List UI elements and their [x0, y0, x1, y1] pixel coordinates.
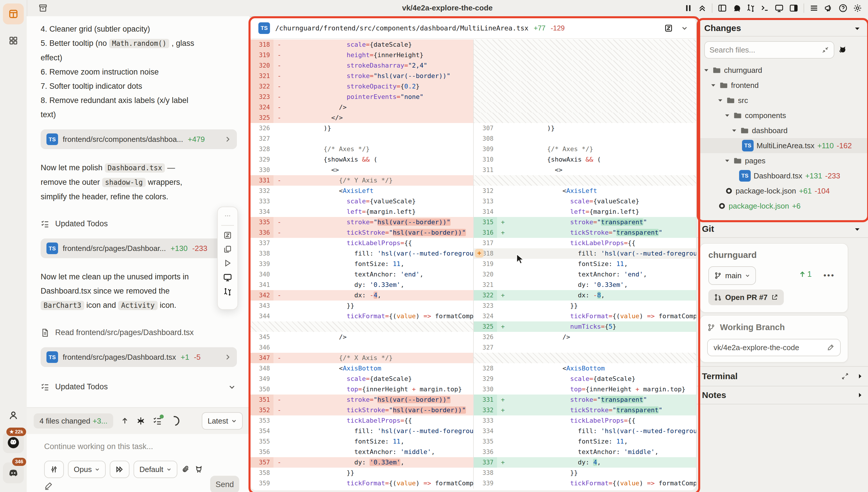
tree-item-dashboard[interactable]: dashboard	[701, 123, 850, 138]
branch-selector[interactable]: main	[708, 266, 756, 285]
code-line: textAnchor: 'end',	[285, 269, 473, 280]
diff-marker	[497, 259, 509, 269]
git-collapse-icon[interactable]	[854, 226, 861, 233]
panel-left-icon[interactable]	[718, 3, 727, 13]
changes-collapse-icon[interactable]	[854, 26, 861, 32]
caret-down-icon[interactable]	[703, 67, 709, 73]
diff-code-row: 334 fill: 'hsl(var(--muted-foreground))'…	[474, 426, 696, 436]
line-number: 348	[250, 363, 274, 374]
tree-item-src[interactable]: src	[701, 93, 850, 108]
display-icon[interactable]	[223, 273, 232, 282]
latest-dropdown[interactable]: Latest	[202, 412, 243, 429]
edit-branch-icon[interactable]	[827, 344, 834, 351]
diff-body[interactable]: 318- scale={dateScale}319- height={inner…	[250, 40, 696, 490]
menu-icon[interactable]	[810, 3, 819, 13]
working-branch-input[interactable]: vk/4e2a-explore-the-code	[707, 339, 841, 356]
model-selector[interactable]: Opus	[68, 461, 106, 478]
terminal-icon[interactable]	[760, 4, 769, 13]
terminal-expand-chevron[interactable]	[857, 373, 863, 379]
tree-item-pages[interactable]: pages	[701, 153, 850, 168]
code-line: {/* Y Axis */}	[285, 175, 473, 186]
notes-section[interactable]: Notes	[702, 387, 863, 404]
tree-item-dashboard-tsx[interactable]: TSDashboard.tsx+131-233	[701, 168, 850, 183]
help-icon[interactable]	[838, 3, 848, 13]
tree-item-churnguard[interactable]: churnguard	[701, 63, 850, 78]
composer-settings-button[interactable]	[44, 461, 64, 478]
git-compare-icon[interactable]	[223, 287, 232, 296]
settings-icon[interactable]	[853, 3, 862, 13]
typescript-file-icon: TS	[46, 243, 58, 254]
attachment-icon[interactable]	[182, 465, 190, 474]
cat-icon[interactable]	[194, 465, 204, 474]
fast-forward-button[interactable]	[110, 461, 130, 478]
mode-selector[interactable]: Default	[134, 461, 177, 478]
caret-down-icon[interactable]	[717, 97, 723, 103]
line-number: 327	[250, 133, 274, 144]
collapse-up-icon[interactable]	[698, 4, 707, 13]
play-icon[interactable]	[223, 259, 232, 268]
board-icon[interactable]	[3, 3, 24, 24]
code-line: tickLabelProps={{	[509, 415, 696, 426]
file-change-chip[interactable]: TS frontend/src/pages/Dashboard.tsx +1 -…	[41, 347, 237, 367]
code-line: textAnchor: 'end',	[509, 269, 696, 280]
diff-marker: -	[274, 81, 285, 92]
add-comment-button[interactable]: +	[475, 249, 484, 257]
highlighter-icon[interactable]	[44, 482, 53, 490]
cat-review-icon[interactable]	[838, 45, 848, 54]
diff-filler-row	[474, 92, 696, 102]
diff-code-row: 328 <AxisBottom	[474, 363, 696, 374]
open-pr-button[interactable]: Open PR #7	[708, 290, 784, 305]
todo-list-icon[interactable]	[153, 416, 162, 425]
collapse-tree-icon[interactable]	[822, 46, 829, 54]
pause-icon[interactable]	[684, 4, 693, 13]
chat-bubble-icon[interactable]	[732, 4, 741, 13]
discord-icon[interactable]: 346	[3, 462, 24, 483]
caret-down-icon[interactable]	[724, 157, 730, 164]
git-more-menu[interactable]: •••	[824, 271, 835, 280]
updated-todos-row[interactable]: Updated Todos	[41, 380, 239, 394]
panel-right-icon[interactable]	[789, 3, 798, 13]
diff-code-row: 327	[474, 342, 696, 353]
diff-marker: +	[497, 457, 509, 468]
change-view-icon[interactable]	[664, 24, 673, 32]
expand-terminal-icon[interactable]	[841, 372, 849, 380]
git-compare-icon[interactable]	[746, 3, 755, 13]
chevron-down-icon[interactable]	[228, 383, 236, 391]
tree-item-frontend[interactable]: frontend	[701, 78, 850, 93]
collapse-diff-icon[interactable]	[681, 25, 688, 32]
notes-expand-chevron[interactable]	[857, 392, 863, 398]
files-changed-chip[interactable]: 4 files changed+3...	[34, 413, 113, 428]
search-files-input[interactable]: Search files...	[704, 41, 834, 58]
terminal-section[interactable]: Terminal	[702, 367, 863, 386]
tree-item-components[interactable]: components	[701, 108, 850, 123]
inline-code: shadow-lg	[102, 178, 146, 187]
display-icon[interactable]	[775, 3, 784, 13]
arrow-up-icon[interactable]	[121, 417, 129, 425]
archive-box-icon[interactable]	[38, 3, 48, 13]
updated-todos-row[interactable]: Updated Todos	[41, 217, 239, 231]
tree-item-package-lock-json[interactable]: package-lock.json+61-104	[701, 183, 850, 198]
megaphone-icon[interactable]	[824, 3, 833, 13]
github-icon[interactable]: ★22k	[3, 432, 24, 453]
diff-code-row: 338 fill: 'hsl(var(--muted-foreground))'…	[250, 248, 473, 259]
tree-item-package-lock-json[interactable]: package-lock.json+6	[701, 198, 850, 214]
send-button[interactable]: Send	[210, 476, 239, 492]
composer-input[interactable]: Continue working on this task...	[44, 442, 153, 451]
file-change-chip[interactable]: TS frontend/src/pages/Dashboar... +130 -…	[41, 239, 237, 258]
snapshot-icon[interactable]	[223, 231, 232, 240]
diff-code-row: 323- pointerEvents="none"	[250, 92, 473, 102]
asterisk-icon[interactable]	[137, 417, 145, 425]
caret-down-icon[interactable]	[724, 112, 730, 119]
tree-item-multilinearea-tsx[interactable]: TSMultiLineArea.tsx+110-162	[697, 138, 868, 153]
diff-marker: +	[497, 290, 509, 300]
file-change-chip[interactable]: TS frontend/src/components/dashboa... +4…	[41, 129, 237, 149]
copy-icon[interactable]	[223, 245, 232, 253]
caret-down-icon[interactable]	[710, 82, 717, 89]
diff-marker	[274, 468, 285, 478]
commits-ahead: 1	[799, 270, 812, 279]
grid-icon[interactable]	[3, 30, 24, 51]
caret-down-icon[interactable]	[731, 127, 737, 134]
person-icon[interactable]	[3, 405, 24, 426]
code-line: tickFormat={(value) => formatCompactNumb…	[285, 478, 473, 489]
read-file-row[interactable]: Read frontend/src/pages/Dashboard.tsx	[41, 325, 239, 340]
